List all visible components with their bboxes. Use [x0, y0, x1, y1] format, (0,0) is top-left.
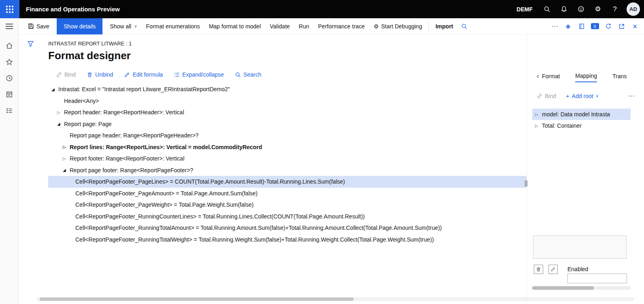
validate-button[interactable]: Validate — [265, 18, 294, 34]
sidebar-item-favorites[interactable] — [0, 54, 19, 70]
collapse-triangle-icon[interactable]: ◢ — [63, 168, 70, 172]
notifications-bell-icon[interactable] — [555, 0, 572, 18]
expand-triangle-icon[interactable]: ▷ — [63, 145, 70, 149]
tree-row[interactable]: ◢Report page: Page — [48, 118, 527, 130]
scrollbar-thumb[interactable] — [40, 298, 354, 301]
tree-row[interactable]: ▷Report header: Range<ReportHeader>: Ver… — [48, 107, 527, 118]
enabled-input[interactable] — [567, 274, 627, 283]
tree-row[interactable]: Cell<ReportPageFooter_PageLines> = COUNT… — [48, 176, 527, 188]
format-enumerations-button[interactable]: Format enumerations — [142, 18, 205, 34]
mapping-panel: ‹ Format Mapping Trans Bind — [527, 34, 644, 304]
tree-row[interactable]: Cell<ReportPageFooter_PageAmount> = Tota… — [48, 188, 527, 199]
panel-scrollbar-thumb[interactable] — [532, 286, 594, 290]
application-window: Finance and Operations Preview DEMF ⚙ ? … — [0, 0, 644, 304]
settings-gear-icon[interactable]: ⚙ — [589, 0, 606, 18]
expand-triangle-icon[interactable]: ▷ — [63, 156, 70, 161]
app-launcher-waffle-icon[interactable] — [0, 0, 19, 18]
feedback-smiley-icon[interactable] — [572, 0, 589, 18]
tree-row[interactable]: Report page header: Range<ReportPageHead… — [48, 130, 527, 141]
tab-translations[interactable]: Trans — [612, 70, 627, 82]
app-title[interactable]: Finance and Operations Preview — [26, 6, 120, 13]
run-button[interactable]: Run — [294, 18, 314, 34]
tree-row[interactable]: ▷Report lines: Range<ReportLines>: Verti… — [48, 141, 527, 153]
search-icon[interactable] — [538, 0, 555, 18]
pencil-icon — [124, 72, 130, 78]
tab-format-back[interactable]: ‹ Format — [537, 73, 560, 79]
topbar-right-cluster: DEMF ⚙ ? AD — [516, 0, 644, 18]
left-navigation-rail — [0, 18, 19, 304]
edit-button[interactable] — [548, 265, 558, 274]
unbind-label: Unbind — [95, 71, 113, 78]
task-guide-book-icon[interactable] — [575, 18, 588, 34]
close-icon[interactable]: × — [628, 18, 642, 34]
refresh-icon[interactable] — [601, 18, 615, 34]
tree-search-button[interactable]: Search — [235, 71, 261, 78]
tree-row[interactable]: Cell<ReportPageFooter_RunningTotalWeight… — [48, 234, 527, 246]
expand-triangle-icon[interactable]: ▷ — [535, 124, 542, 128]
tree-row[interactable]: Cell<ReportPageFooter_PageWeight> = Tota… — [48, 199, 527, 211]
splitter-grip-icon[interactable] — [525, 180, 527, 186]
map-format-to-model-button[interactable]: Map format to model — [205, 18, 265, 34]
tree-row-label: Report page: Page — [64, 121, 112, 127]
expand-triangle-icon[interactable]: ▷ — [535, 112, 542, 117]
expand-collapse-label: Expand/collapse — [182, 71, 224, 78]
tree-row[interactable]: ▷Report footer: Range<ReportFooter>: Ver… — [48, 153, 527, 165]
panel-horizontal-scrollbar[interactable] — [532, 286, 631, 290]
bind-button[interactable]: Bind — [56, 71, 76, 78]
pencil-icon — [550, 267, 556, 272]
open-in-new-window-icon[interactable] — [615, 18, 628, 34]
import-button[interactable]: Import — [431, 18, 458, 34]
chevron-down-icon: ∨ — [134, 24, 137, 28]
mapping-tree-node[interactable]: ▷Total: Container — [532, 120, 631, 131]
filter-funnel-icon[interactable] — [25, 38, 36, 49]
show-details-button[interactable]: Show details — [57, 18, 102, 34]
sidebar-item-menu-list[interactable] — [0, 103, 19, 119]
delete-button[interactable] — [534, 265, 543, 274]
tree-row[interactable]: Cell<ReportPageFooter_RunningCounterLine… — [48, 211, 527, 223]
help-icon[interactable]: ? — [606, 0, 623, 18]
edit-formula-button[interactable]: Edit formula — [124, 71, 163, 78]
tree-row[interactable]: ◢Intrastat: Excel = "Intrastat report Li… — [48, 83, 527, 95]
format-tab-label: Format — [542, 73, 560, 79]
record-caption: INTRASTAT REPORT LITWARE : 1 — [48, 41, 527, 47]
performance-trace-button[interactable]: Performance trace — [313, 18, 369, 34]
bind-label: Bind — [64, 71, 76, 78]
sidebar-item-home[interactable] — [0, 38, 19, 54]
panel-bind-button[interactable]: Bind — [537, 93, 556, 99]
unbind-button[interactable]: Unbind — [87, 71, 113, 78]
start-debugging-label: Start Debugging — [381, 23, 422, 30]
diamond-icon[interactable]: ◈ — [561, 18, 575, 34]
sidebar-item-forms[interactable] — [0, 86, 19, 103]
collapse-triangle-icon[interactable]: ◢ — [51, 87, 58, 92]
tab-mapping[interactable]: Mapping — [575, 70, 597, 82]
avatar[interactable]: AD — [627, 2, 640, 16]
more-commands-icon[interactable]: ⋯ — [548, 18, 561, 34]
tree-row-label: Report footer: Range<ReportFooter>: Vert… — [70, 155, 184, 162]
actionbar-search-icon[interactable] — [458, 18, 471, 34]
company-selector[interactable]: DEMF — [516, 6, 533, 13]
hamburger-menu-icon[interactable] — [0, 18, 19, 34]
mapping-tree: ▷model: Data model Intrasta▷Total: Conta… — [532, 109, 631, 131]
save-label: Save — [36, 23, 49, 30]
tree-row-label: Intrastat: Excel = "Intrastat report Lit… — [58, 86, 230, 92]
start-debugging-button[interactable]: ⚙ Start Debugging — [369, 18, 426, 34]
sidebar-item-recent[interactable] — [0, 70, 19, 86]
tree-row[interactable]: Header<Any> — [48, 95, 527, 107]
expand-triangle-icon[interactable]: ▷ — [57, 110, 64, 115]
message-center-icon[interactable]: 0 — [588, 18, 601, 34]
show-all-dropdown[interactable]: Show all ∨ — [105, 18, 141, 34]
top-navigation-bar: Finance and Operations Preview DEMF ⚙ ? … — [0, 0, 644, 18]
panel-more-icon[interactable]: ⋯ — [628, 92, 635, 100]
collapse-triangle-icon[interactable]: ◢ — [57, 122, 64, 126]
mapping-node-label: model: Data model Intrasta — [542, 111, 610, 118]
horizontal-scrollbar[interactable] — [36, 297, 634, 301]
tree-row[interactable]: Cell<ReportPageFooter_RunningTotalAmount… — [48, 222, 527, 234]
save-button[interactable]: Save — [23, 18, 54, 34]
chain-link-icon — [56, 72, 62, 78]
list-lines-icon — [174, 72, 180, 78]
tree-row[interactable]: ◢Report page footer: Range<ReportPageFoo… — [48, 165, 527, 176]
expand-collapse-button[interactable]: Expand/collapse — [174, 71, 224, 78]
plus-icon: + — [566, 92, 569, 99]
add-root-button[interactable]: + Add root ∨ — [566, 92, 599, 99]
mapping-tree-node[interactable]: ▷model: Data model Intrasta — [532, 109, 631, 120]
